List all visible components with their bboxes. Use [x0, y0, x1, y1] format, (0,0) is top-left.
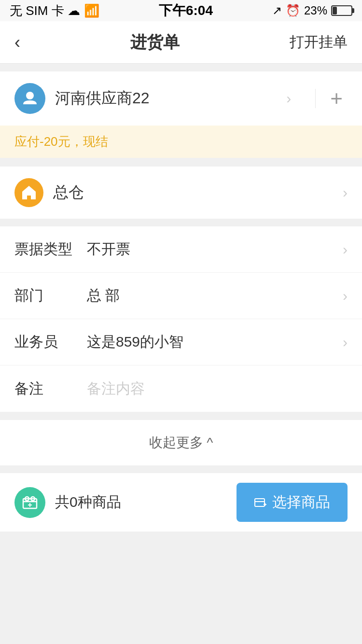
department-chevron-icon: › — [343, 288, 348, 304]
warehouse-name: 总仓 — [53, 182, 343, 203]
wifi-icon: 📶 — [84, 3, 99, 18]
top-divider — [0, 64, 362, 71]
back-button[interactable]: ‹ — [14, 32, 20, 53]
notice-text: 应付-20元，现结 — [14, 134, 108, 149]
salesman-label: 业务员 — [14, 332, 77, 352]
remark-row[interactable]: 备注 备注内容 — [0, 365, 362, 412]
battery-icon — [331, 5, 352, 16]
person-icon — [21, 90, 39, 107]
status-right: ↗ ⏰ 23% — [272, 4, 352, 17]
salesman-row[interactable]: 业务员 这是859的小智 › — [0, 319, 362, 365]
ticket-type-label: 票据类型 — [14, 239, 77, 259]
department-row[interactable]: 部门 总 部 › — [0, 273, 362, 319]
warehouse-chevron-icon: › — [343, 184, 348, 201]
supplier-avatar — [14, 83, 45, 114]
ticket-type-row[interactable]: 票据类型 不开票 › — [0, 226, 362, 273]
status-bar: 无 SIM 卡 ☁ 📶 下午6:04 ↗ ⏰ 23% — [0, 0, 362, 21]
cart-icon — [21, 494, 39, 511]
department-value: 总 部 — [77, 286, 343, 306]
alarm-icon: ⏰ — [286, 4, 300, 17]
svg-point-0 — [26, 92, 34, 99]
add-supplier-button[interactable]: + — [325, 86, 348, 111]
remark-input[interactable]: 备注内容 — [77, 379, 348, 399]
warehouse-divider — [0, 158, 362, 166]
collapse-text: 收起更多 ^ — [149, 434, 213, 452]
supplier-row: 河南供应商22 › + — [0, 71, 362, 126]
location-icon: ↗ — [272, 4, 282, 17]
page-title: 进货单 — [130, 31, 180, 54]
ticket-type-chevron-icon: › — [343, 241, 348, 258]
svg-rect-6 — [255, 499, 265, 506]
department-label: 部门 — [14, 286, 77, 306]
ticket-type-value: 不开票 — [77, 239, 343, 259]
supplier-section: 河南供应商22 › + 应付-20元，现结 — [0, 71, 362, 158]
open-pending-button[interactable]: 打开挂单 — [290, 32, 348, 52]
warehouse-section: 总仓 › — [0, 166, 362, 219]
product-count-text: 共0种商品 — [55, 492, 227, 512]
warehouse-icon — [14, 178, 43, 207]
warehouse-row[interactable]: 总仓 › — [0, 166, 362, 219]
sim-label: 无 SIM 卡 ☁ — [10, 2, 80, 19]
status-left: 无 SIM 卡 ☁ 📶 — [10, 2, 99, 19]
nav-bar: ‹ 进货单 打开挂单 — [0, 21, 362, 64]
select-product-icon — [254, 496, 267, 509]
product-count-icon — [14, 487, 45, 518]
status-time: 下午6:04 — [159, 1, 213, 20]
select-product-label: 选择商品 — [272, 492, 330, 512]
bottom-bar: 共0种商品 选择商品 — [0, 473, 362, 532]
supplier-divider — [315, 89, 316, 108]
collapse-section[interactable]: 收起更多 ^ — [0, 420, 362, 465]
salesman-chevron-icon: › — [343, 334, 348, 350]
select-product-button[interactable]: 选择商品 — [237, 483, 348, 522]
salesman-value: 这是859的小智 — [77, 332, 343, 352]
house-icon — [20, 184, 38, 201]
supplier-chevron-icon: › — [286, 90, 291, 107]
supplier-name[interactable]: 河南供应商22 — [55, 88, 286, 109]
notice-bar: 应付-20元，现结 — [0, 126, 362, 158]
form-section: 票据类型 不开票 › 部门 总 部 › 业务员 这是859的小智 › 备注 备注… — [0, 226, 362, 412]
remark-label: 备注 — [14, 379, 77, 399]
battery-percent: 23% — [304, 4, 327, 17]
